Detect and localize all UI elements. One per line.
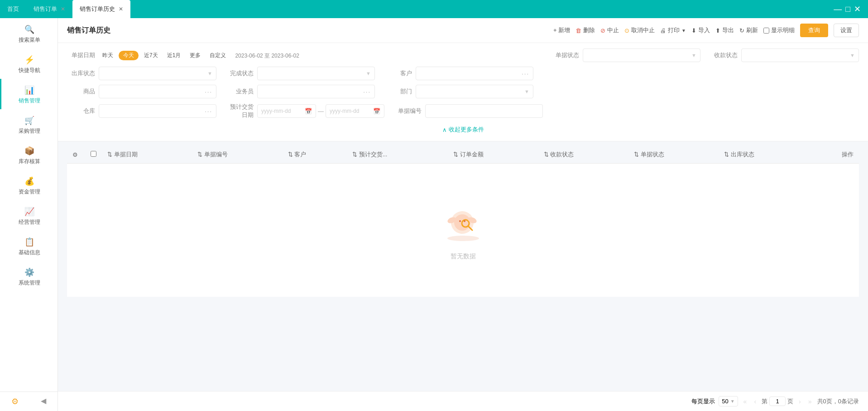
empty-text: 暂无数据 bbox=[451, 252, 476, 261]
delivery-date-start[interactable]: yyyy-mm-dd 📅 bbox=[257, 104, 316, 118]
print-button[interactable]: 🖨 打印 ▼ bbox=[660, 26, 686, 34]
complete-status-arrow: ▼ bbox=[366, 71, 371, 76]
th-date[interactable]: ⇅ 单据日期 bbox=[102, 146, 192, 164]
sidebar-item-purchase-mgmt[interactable]: 🛒 采购管理 bbox=[0, 109, 58, 140]
new-button[interactable]: + 新增 bbox=[553, 26, 570, 34]
th-amount[interactable]: ⇅ 订单金额 bbox=[448, 146, 538, 164]
sys-mgmt-icon: ⚙️ bbox=[24, 267, 34, 277]
date-more[interactable]: 更多 bbox=[186, 51, 204, 60]
salesperson-input[interactable]: ··· bbox=[257, 85, 375, 98]
date-custom[interactable]: 自定义 bbox=[206, 51, 230, 60]
th-date-label: ⇅ 单据日期 bbox=[107, 151, 138, 158]
tab-sales-order[interactable]: 销售订单 ✕ bbox=[26, 0, 72, 18]
minimize-button[interactable]: — bbox=[834, 5, 842, 14]
delivery-date-range: yyyy-mm-dd 📅 — yyyy-mm-dd 📅 bbox=[257, 104, 384, 118]
display-detail-checkbox[interactable] bbox=[763, 28, 769, 34]
salesperson-label: 业务员 bbox=[225, 87, 257, 96]
select-all-checkbox[interactable] bbox=[91, 151, 96, 157]
payment-status-label: 收款状态 bbox=[710, 51, 741, 59]
payment-status-select[interactable]: ▼ bbox=[741, 48, 859, 62]
th-customer[interactable]: ⇅ 客户 bbox=[283, 146, 347, 164]
delivery-status-label: 出库状态 bbox=[67, 69, 99, 77]
sidebar-settings-icon[interactable]: ⚙ bbox=[11, 396, 19, 406]
th-payment-status[interactable]: ⇅ 收款状态 bbox=[538, 146, 628, 164]
date-today[interactable]: 今天 bbox=[119, 51, 139, 60]
svg-point-0 bbox=[447, 236, 479, 241]
tab-home[interactable]: 首页 bbox=[0, 0, 26, 18]
sidebar-item-sales-mgmt[interactable]: 📊 销售管理 bbox=[0, 79, 58, 109]
order-status-select[interactable]: ▼ bbox=[583, 48, 700, 62]
filter-row-4: 仓库 ··· 预计交货日期 yyyy-mm-dd 📅 — yyyy-mm-dd … bbox=[67, 103, 859, 119]
th-actions: 操作 bbox=[809, 146, 859, 164]
order-status-arrow: ▼ bbox=[691, 53, 696, 58]
page-header: 销售订单历史 + 新增 🗑 删除 ⊘ 中止 ⊙ 取消中止 🖨 bbox=[58, 18, 868, 43]
top-bar: 首页 销售订单 ✕ 销售订单历史 ✕ — □ ✕ bbox=[0, 0, 868, 18]
department-label: 部门 bbox=[384, 87, 416, 96]
sidebar-item-finance[interactable]: 💰 资金管理 bbox=[0, 170, 58, 200]
main-layout: 🔍 搜索菜单 ⚡ 快捷导航 📊 销售管理 🛒 采购管理 📦 库存核算 💰 资金管… bbox=[0, 18, 868, 411]
warehouse-input[interactable]: ··· bbox=[99, 104, 216, 118]
th-checkbox[interactable] bbox=[85, 146, 102, 164]
sidebar-item-operations[interactable]: 📈 经营管理 bbox=[0, 200, 58, 231]
delivery-date-end[interactable]: yyyy-mm-dd 📅 bbox=[326, 104, 384, 118]
stop-button-label: 中止 bbox=[607, 26, 619, 34]
page-size-select[interactable]: 50 ▼ bbox=[719, 396, 738, 406]
filter-row-1: 单据日期 昨天 今天 近7天 近1月 更多 自定义 2023-06-02 至 2… bbox=[67, 48, 859, 62]
sidebar-collapse-icon[interactable]: ◀ bbox=[41, 396, 46, 406]
sidebar-item-search-menu[interactable]: 🔍 搜索菜单 bbox=[0, 18, 58, 48]
sidebar-item-inventory[interactable]: 📦 库存核算 bbox=[0, 140, 58, 170]
refresh-button-label: 刷新 bbox=[746, 26, 758, 34]
display-detail-toggle[interactable]: 显示明细 bbox=[763, 26, 795, 34]
th-order-status[interactable]: ⇅ 单据状态 bbox=[628, 146, 719, 164]
th-delivery-status[interactable]: ⇅ 出库状态 bbox=[719, 146, 809, 164]
import-button[interactable]: ⬇ 导入 bbox=[691, 26, 710, 34]
calendar-end-icon: 📅 bbox=[373, 108, 380, 115]
date-last7[interactable]: 近7天 bbox=[140, 51, 162, 60]
window-close-button[interactable]: ✕ bbox=[854, 4, 861, 14]
first-page-button[interactable]: « bbox=[742, 398, 749, 405]
complete-status-select[interactable]: ▼ bbox=[257, 67, 375, 80]
sidebar: 🔍 搜索菜单 ⚡ 快捷导航 📊 销售管理 🛒 采购管理 📦 库存核算 💰 资金管… bbox=[0, 18, 58, 411]
cancel-stop-button[interactable]: ⊙ 取消中止 bbox=[624, 26, 655, 34]
stop-button[interactable]: ⊘ 中止 bbox=[600, 26, 619, 34]
sidebar-item-quick-nav[interactable]: ⚡ 快捷导航 bbox=[0, 48, 58, 79]
delivery-status-select[interactable]: ▼ bbox=[99, 67, 216, 80]
th-delivery-date[interactable]: ⇅ 预计交货... bbox=[347, 146, 448, 164]
department-select[interactable]: ▼ bbox=[416, 85, 533, 98]
date-yesterday[interactable]: 昨天 bbox=[99, 51, 117, 60]
goods-input[interactable]: ··· bbox=[99, 85, 216, 98]
print-button-label: 打印 bbox=[668, 26, 680, 34]
customer-input[interactable]: ··· bbox=[416, 67, 533, 80]
tab-sales-order-history[interactable]: 销售订单历史 ✕ bbox=[72, 0, 130, 18]
maximize-button[interactable]: □ bbox=[845, 5, 850, 14]
prev-page-button[interactable]: ‹ bbox=[752, 398, 758, 405]
export-button[interactable]: ⬆ 导出 bbox=[715, 26, 734, 34]
sidebar-item-operations-label: 经营管理 bbox=[19, 218, 40, 226]
last-page-button[interactable]: » bbox=[806, 398, 814, 405]
th-payment-status-label: ⇅ 收款状态 bbox=[544, 151, 574, 158]
department-arrow: ▼ bbox=[524, 89, 529, 94]
close-sales-order-history-tab[interactable]: ✕ bbox=[119, 6, 123, 12]
date-filter-label: 单据日期 bbox=[67, 51, 99, 59]
page-label: 第 bbox=[762, 397, 767, 406]
sidebar-bottom: ⚙ ◀ bbox=[0, 392, 58, 411]
order-no-input[interactable] bbox=[425, 104, 543, 118]
th-settings[interactable]: ⚙ bbox=[67, 146, 85, 164]
sidebar-item-sys-mgmt[interactable]: ⚙️ 系统管理 bbox=[0, 261, 58, 291]
table-footer: 每页显示 50 ▼ « ‹ 第 页 › » 共0页，0条记录 bbox=[58, 391, 868, 411]
refresh-button[interactable]: ↻ 刷新 bbox=[739, 26, 758, 34]
next-page-button[interactable]: › bbox=[797, 398, 803, 405]
close-sales-order-tab[interactable]: ✕ bbox=[61, 6, 65, 12]
th-order-no[interactable]: ⇅ 单据编号 bbox=[192, 146, 282, 164]
delete-button[interactable]: 🗑 删除 bbox=[575, 26, 595, 34]
th-order-no-label: ⇅ 单据编号 bbox=[197, 151, 228, 158]
delivery-date-end-placeholder: yyyy-mm-dd bbox=[330, 108, 359, 114]
date-last1month[interactable]: 近1月 bbox=[163, 51, 185, 60]
collapse-bar[interactable]: ∧ 收起更多条件 bbox=[67, 124, 859, 135]
query-button[interactable]: 查询 bbox=[800, 24, 828, 37]
order-no-label: 单据编号 bbox=[393, 107, 425, 115]
data-table: ⚙ ⇅ 单据日期 ⇅ 单据编号 ⇅ 客户 bbox=[67, 146, 859, 297]
page-input[interactable] bbox=[769, 396, 786, 406]
setting-button[interactable]: 设置 bbox=[834, 24, 859, 37]
sidebar-item-base-info[interactable]: 📋 基础信息 bbox=[0, 231, 58, 261]
